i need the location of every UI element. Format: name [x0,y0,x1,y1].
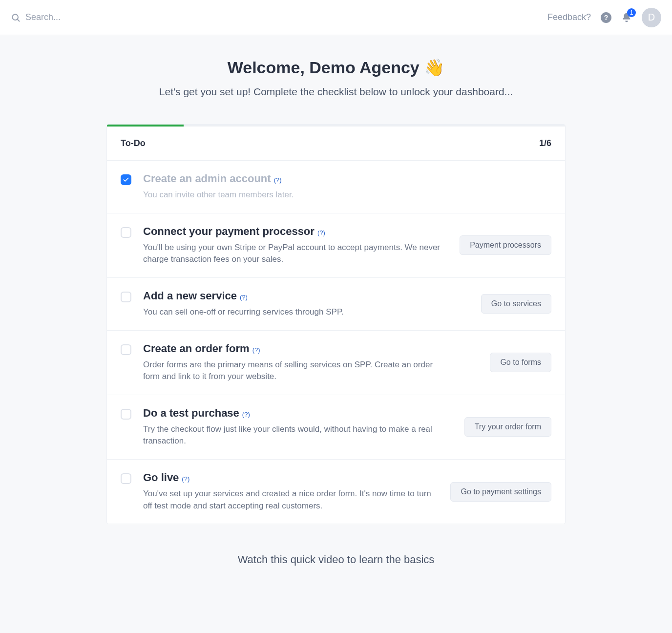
task-row: Add a new service(?)You can sell one-off… [107,278,565,331]
task-body: Connect your payment processor(?)You'll … [143,225,448,266]
task-action: Go to payment settings [450,482,551,502]
search-area [11,12,547,22]
task-checkbox[interactable] [121,473,131,484]
task-description: You can sell one-off or recurring servic… [143,306,446,318]
task-action: Go to services [481,294,551,314]
page-title: Welcome, Demo Agency 👋 [106,58,566,77]
task-title: Do a test purchase [143,407,239,419]
task-body: Do a test purchase(?)Try the checkout fl… [143,407,453,447]
task-body: Add a new service(?)You can sell one-off… [143,290,469,318]
task-help-icon[interactable]: (?) [242,411,250,418]
task-action-button[interactable]: Go to services [481,294,551,314]
topbar-right: Feedback? ? 1 D [547,8,661,27]
task-list: Create an admin account(?)You can invite… [107,161,565,524]
task-row: Create an admin account(?)You can invite… [107,161,565,213]
task-help-icon[interactable]: (?) [252,346,260,354]
task-row: Do a test purchase(?)Try the checkout fl… [107,395,565,460]
task-body: Create an order form(?)Order forms are t… [143,342,478,383]
task-action-button[interactable]: Try your order form [464,417,551,437]
task-action: Go to forms [490,353,551,372]
feedback-link[interactable]: Feedback? [547,12,591,22]
task-title: Go live [143,471,179,484]
topbar: Feedback? ? 1 D [0,0,672,35]
task-checkbox[interactable] [121,344,131,355]
task-description: Try the checkout flow just like your cli… [143,423,446,447]
help-icon[interactable]: ? [601,12,611,23]
task-checkbox[interactable] [121,227,131,238]
task-description: You've set up your services and created … [143,488,439,512]
notification-badge: 1 [627,8,636,17]
task-body: Go live(?)You've set up your services an… [143,471,439,512]
task-body: Create an admin account(?)You can invite… [143,172,551,201]
task-description: You'll be using your own Stripe or PayPa… [143,242,446,266]
task-title: Create an order form [143,342,250,355]
onboarding-card: To-Do 1/6 Create an admin account(?)You … [106,124,566,524]
task-row: Connect your payment processor(?)You'll … [107,213,565,278]
task-action: Payment processors [460,235,551,255]
task-title: Add a new service [143,290,237,302]
task-action-button[interactable]: Go to forms [490,353,551,372]
avatar[interactable]: D [642,8,661,27]
task-row: Go live(?)You've set up your services an… [107,460,565,524]
task-description: You can invite other team members later. [143,189,446,201]
page-subtitle: Let's get you set up! Complete the check… [106,86,566,98]
task-row: Create an order form(?)Order forms are t… [107,331,565,395]
video-heading: Watch this quick video to learn the basi… [106,553,566,566]
search-input[interactable] [25,12,172,22]
checklist-progress-count: 1/6 [539,138,551,148]
card-header: To-Do 1/6 [107,127,565,161]
task-title: Connect your payment processor [143,225,315,237]
task-help-icon[interactable]: (?) [317,229,325,236]
search-icon [11,13,21,22]
task-checkbox[interactable] [121,409,131,420]
task-title: Create an admin account [143,172,271,185]
task-help-icon[interactable]: (?) [274,176,282,184]
notifications-button[interactable]: 1 [621,12,632,23]
checklist-heading: To-Do [121,138,146,148]
task-help-icon[interactable]: (?) [240,294,248,301]
task-action-button[interactable]: Payment processors [460,235,551,255]
task-action-button[interactable]: Go to payment settings [450,482,551,502]
main-content: Welcome, Demo Agency 👋 Let's get you set… [97,35,575,605]
task-help-icon[interactable]: (?) [182,475,189,483]
task-checkbox[interactable] [121,174,131,185]
task-checkbox[interactable] [121,292,131,302]
svg-line-1 [18,19,20,21]
task-description: Order forms are the primary means of sel… [143,359,446,383]
task-action: Try your order form [464,417,551,437]
